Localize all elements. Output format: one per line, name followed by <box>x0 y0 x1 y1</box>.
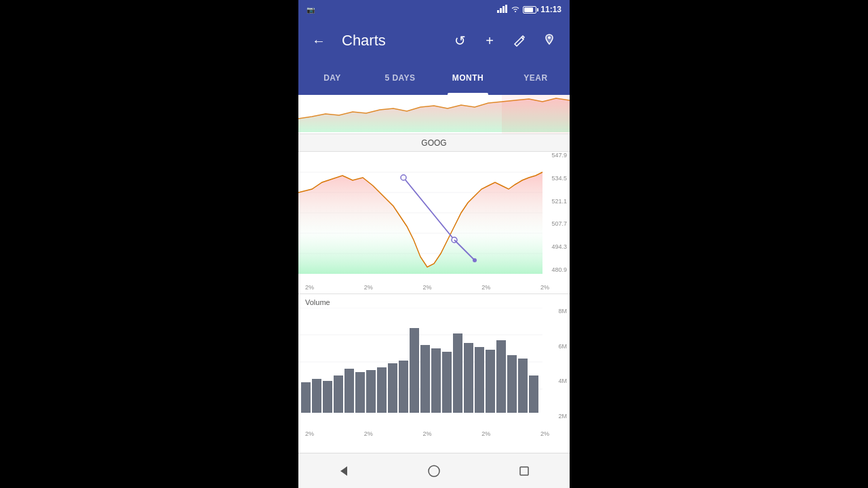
undo-button[interactable]: ↺ <box>448 28 472 53</box>
svg-rect-26 <box>355 372 365 413</box>
svg-rect-23 <box>323 381 332 413</box>
svg-rect-27 <box>366 370 376 413</box>
svg-rect-2 <box>502 6 505 13</box>
tab-bar: DAY 5 DAYS MONTH YEAR <box>298 62 570 95</box>
tab-month[interactable]: MONTH <box>434 62 502 94</box>
main-chart-x-labels: 2% 2% 2% 2% 2% <box>305 284 549 291</box>
tab-year[interactable]: YEAR <box>502 62 570 94</box>
svg-rect-40 <box>507 355 517 413</box>
back-button[interactable]: ← <box>307 28 331 53</box>
svg-rect-37 <box>475 347 484 413</box>
svg-point-4 <box>548 37 551 39</box>
volume-y-labels: 8M 6M 4M 2M <box>558 308 567 420</box>
time-display: 11:13 <box>540 5 561 14</box>
main-chart: 547.9 534.5 521.1 507.7 494.3 480.9 2% 2… <box>298 152 570 294</box>
svg-rect-38 <box>486 350 495 413</box>
svg-rect-22 <box>312 379 321 413</box>
bottom-nav <box>298 453 570 488</box>
add-button[interactable]: + <box>477 28 502 53</box>
svg-point-44 <box>429 466 439 476</box>
svg-rect-1 <box>500 8 502 13</box>
svg-rect-21 <box>301 382 311 413</box>
wifi-icon <box>511 5 520 14</box>
svg-rect-42 <box>529 375 538 413</box>
volume-x-labels: 2% 2% 2% 2% 2% <box>305 430 549 437</box>
volume-label: Volume <box>305 298 330 306</box>
svg-rect-45 <box>520 467 528 475</box>
svg-rect-25 <box>344 369 354 413</box>
svg-rect-24 <box>334 375 343 413</box>
svg-rect-3 <box>505 5 507 13</box>
svg-point-13 <box>401 175 406 180</box>
tab-5days[interactable]: 5 DAYS <box>366 62 434 94</box>
svg-rect-33 <box>431 348 441 413</box>
phone-frame: 📷 11:13 ← Charts ↺ + DAY <box>298 0 570 488</box>
svg-point-16 <box>473 258 477 262</box>
battery-icon <box>523 5 536 14</box>
svg-rect-36 <box>464 343 473 413</box>
svg-rect-28 <box>377 367 387 413</box>
svg-rect-29 <box>388 363 397 413</box>
svg-rect-35 <box>453 333 462 413</box>
signal-icon <box>497 5 508 14</box>
svg-line-12 <box>403 178 454 240</box>
svg-rect-39 <box>496 340 506 413</box>
status-left: 📷 <box>307 6 315 14</box>
tab-day[interactable]: DAY <box>298 62 366 94</box>
svg-rect-0 <box>497 10 499 13</box>
edit-button[interactable] <box>507 28 532 53</box>
app-bar: ← Charts ↺ + <box>298 19 570 62</box>
volume-chart: Volume <box>298 294 570 440</box>
svg-rect-34 <box>442 352 452 413</box>
camera-icon: 📷 <box>307 6 315 14</box>
home-nav-button[interactable] <box>419 456 449 486</box>
stock-label-bar: GOOG <box>298 134 570 152</box>
main-chart-y-labels: 547.9 534.5 521.1 507.7 494.3 480.9 <box>551 152 567 273</box>
svg-rect-41 <box>518 359 528 413</box>
svg-rect-32 <box>420 345 430 413</box>
back-nav-button[interactable] <box>329 456 359 486</box>
svg-rect-6 <box>502 95 570 134</box>
page-title: Charts <box>342 32 442 49</box>
status-right: 11:13 <box>497 5 561 14</box>
svg-rect-31 <box>410 328 419 413</box>
svg-marker-43 <box>340 466 347 476</box>
status-bar: 📷 11:13 <box>298 0 570 19</box>
pin-button[interactable] <box>537 28 561 53</box>
stock-ticker: GOOG <box>421 138 446 148</box>
svg-rect-30 <box>399 361 408 413</box>
recent-nav-button[interactable] <box>509 456 539 486</box>
mini-chart <box>298 95 570 134</box>
